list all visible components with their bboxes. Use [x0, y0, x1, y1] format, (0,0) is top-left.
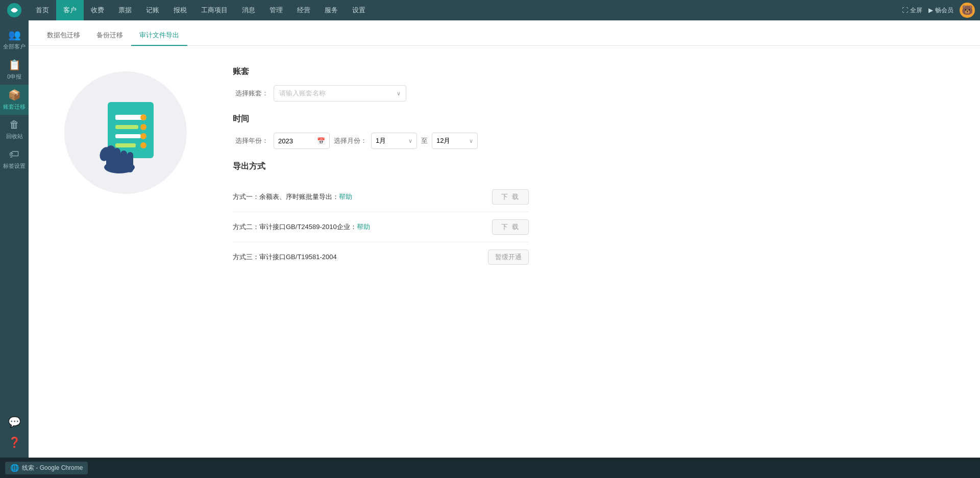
export-section: 方式一：余额表、序时账批量导出：帮助 下 载 方式二：审计接口GB/T24589…	[233, 182, 960, 272]
tabs-bar: 数据包迁移 备份迁移 审计文件导出	[29, 20, 980, 46]
nav-item-service[interactable]: 服务	[317, 0, 345, 20]
sidebar-item-label: 全部客户	[3, 43, 26, 51]
export-row-1: 方式一：余额表、序时账批量导出：帮助 下 载	[233, 182, 529, 212]
month-end-select[interactable]: 12月 ∨	[432, 133, 478, 149]
nav-item-charge[interactable]: 收费	[84, 0, 111, 20]
time-section-title: 时间	[233, 114, 960, 124]
sidebar-bottom: 💬 ❓	[0, 412, 29, 458]
year-input[interactable]: 2023 📅	[274, 133, 330, 149]
tag-settings-icon: 🏷	[9, 148, 19, 160]
taskbar-chrome-item[interactable]: 🌐 线索 - Google Chrome	[5, 462, 88, 474]
nav-item-home[interactable]: 首页	[29, 0, 56, 20]
year-label: 选择年份：	[233, 136, 268, 145]
tab-backup-migration[interactable]: 备份迁移	[88, 26, 131, 46]
sidebar-item-label: 回收站	[6, 133, 23, 140]
nav-item-invoice[interactable]: 票据	[111, 0, 139, 20]
year-value: 2023	[278, 137, 293, 145]
month-start-select[interactable]: 1月 ∨	[371, 133, 417, 149]
month-start-arrow: ∨	[408, 138, 412, 144]
sidebar-item-chat[interactable]: 💬	[0, 412, 29, 432]
svg-rect-14	[127, 152, 133, 172]
sidebar-item-label: 0申报	[7, 73, 21, 81]
account-label: 选择账套：	[233, 89, 268, 98]
avatar[interactable]: 🐻	[960, 3, 975, 18]
download-button-2[interactable]: 下 载	[492, 219, 529, 235]
export-row-3: 方式三：审计接口GB/T19581-2004 暂缓开通	[233, 242, 529, 272]
account-section-title: 账套	[233, 66, 960, 77]
month-end-arrow: ∨	[469, 138, 473, 144]
export-label-2: 方式二：审计接口GB/T24589-2010企业：帮助	[233, 222, 370, 232]
sidebar-item-tag-settings[interactable]: 🏷 标签设置	[0, 144, 29, 174]
svg-point-7	[140, 124, 146, 130]
sidebar-item-account-migration[interactable]: 📦 账套迁移	[0, 85, 29, 115]
export-section-title: 导出方式	[233, 161, 960, 172]
sidebar-item-recycle[interactable]: 🗑 回收站	[0, 115, 29, 144]
calendar-icon: 📅	[317, 137, 325, 145]
export-method-3-text: 方式三：审计接口GB/T19581-2004	[233, 253, 337, 261]
month-separator: 至	[421, 136, 428, 145]
nav-item-settings[interactable]: 设置	[345, 0, 373, 20]
account-dropdown[interactable]: 请输入账套名称 ∨	[274, 85, 406, 102]
export-help-1[interactable]: 帮助	[339, 193, 352, 200]
tab-audit-export[interactable]: 审计文件导出	[131, 26, 187, 46]
svg-rect-3	[115, 125, 138, 129]
time-row: 2023 📅 选择月份： 1月 ∨ 至 12月 ∨	[274, 133, 478, 149]
all-customers-icon: 👥	[8, 29, 21, 41]
month-end-value: 12月	[436, 136, 450, 145]
sidebar-item-all-customers[interactable]: 👥 全部客户	[0, 24, 29, 55]
vip-button[interactable]: ▶ 畅会员	[928, 6, 953, 15]
sidebar: 👥 全部客户 📋 0申报 📦 账套迁移 🗑 回收站 🏷 标签设置 💬 ❓	[0, 20, 29, 458]
export-help-2[interactable]: 帮助	[357, 223, 370, 231]
illustration-circle	[64, 71, 187, 194]
time-form-row: 选择年份： 2023 📅 选择月份： 1月 ∨ 至 12月	[233, 133, 960, 149]
help-icon: ❓	[8, 436, 21, 448]
nav-item-message[interactable]: 消息	[235, 0, 262, 20]
taskbar: 🌐 线索 - Google Chrome	[0, 458, 980, 478]
illustration-side	[49, 61, 202, 442]
main-layout: 👥 全部客户 📋 0申报 📦 账套迁移 🗑 回收站 🏷 标签设置 💬 ❓	[0, 20, 980, 458]
svg-rect-13	[120, 150, 127, 172]
download-button-1[interactable]: 下 载	[492, 189, 529, 205]
nav-item-bookkeeping[interactable]: 记账	[139, 0, 166, 20]
nav-item-business[interactable]: 工商项目	[194, 0, 235, 20]
nav-item-customer[interactable]: 客户	[56, 0, 84, 20]
sidebar-item-zero-declare[interactable]: 📋 0申报	[0, 55, 29, 85]
month-start-value: 1月	[376, 136, 386, 145]
month-label: 选择月份：	[334, 136, 367, 145]
vip-label: 畅会员	[935, 6, 953, 15]
account-placeholder: 请输入账套名称	[279, 89, 326, 98]
nav-item-manage[interactable]: 管理	[262, 0, 290, 20]
sidebar-item-label: 标签设置	[3, 162, 26, 170]
svg-rect-5	[115, 143, 136, 147]
top-nav-items: 首页 客户 收费 票据 记账 报税 工商项目 消息 管理 经营 服务 设置	[29, 0, 902, 20]
nav-item-operation[interactable]: 经营	[290, 0, 317, 20]
sidebar-item-label: 账套迁移	[3, 103, 26, 111]
svg-point-6	[140, 114, 146, 120]
form-side: 账套 选择账套： 请输入账套名称 ∨ 时间 选择年份： 2023 📅	[202, 61, 960, 442]
tab-data-migration[interactable]: 数据包迁移	[39, 26, 88, 46]
chrome-icon: 🌐	[10, 464, 19, 472]
export-label-1: 方式一：余额表、序时账批量导出：帮助	[233, 192, 352, 202]
vip-icon: ▶	[928, 7, 933, 14]
app-logo	[5, 1, 23, 19]
nav-item-tax[interactable]: 报税	[166, 0, 194, 20]
top-nav: 首页 客户 收费 票据 记账 报税 工商项目 消息 管理 经营 服务 设置 ⛶ …	[0, 0, 980, 20]
svg-point-8	[140, 133, 146, 139]
recycle-icon: 🗑	[9, 119, 19, 131]
content-area: 数据包迁移 备份迁移 审计文件导出	[29, 20, 980, 458]
fullscreen-icon: ⛶	[902, 7, 908, 14]
export-method-1-text: 方式一：余额表、序时账批量导出：	[233, 193, 339, 200]
open-button-3[interactable]: 暂缓开通	[488, 249, 529, 265]
fullscreen-label: 全屏	[910, 6, 922, 15]
svg-rect-12	[113, 148, 120, 172]
top-nav-right: ⛶ 全屏 ▶ 畅会员 🐻	[902, 3, 975, 18]
account-form-row: 选择账套： 请输入账套名称 ∨	[233, 85, 960, 102]
page-content: 账套 选择账套： 请输入账套名称 ∨ 时间 选择年份： 2023 📅	[29, 46, 980, 458]
svg-rect-4	[115, 134, 141, 138]
account-dropdown-arrow: ∨	[397, 90, 401, 97]
zero-declare-icon: 📋	[8, 59, 21, 71]
fullscreen-button[interactable]: ⛶ 全屏	[902, 6, 922, 15]
sidebar-item-help[interactable]: ❓	[0, 432, 29, 452]
export-label-3: 方式三：审计接口GB/T19581-2004	[233, 253, 337, 262]
account-migration-icon: 📦	[8, 89, 21, 101]
